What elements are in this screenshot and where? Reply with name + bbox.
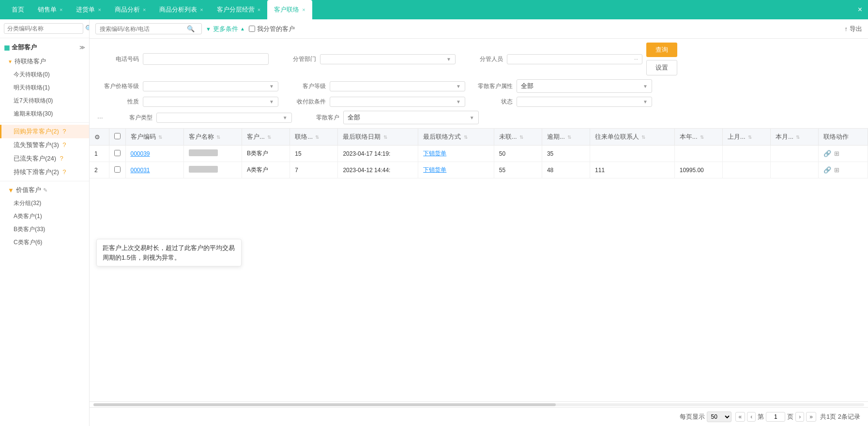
- close-all-tabs-button[interactable]: ×: [858, 5, 862, 14]
- filter-row-4: ··· 客户类型 ▼ 零散客户 全部 ▼: [95, 111, 862, 124]
- cell-check-2: [109, 162, 125, 178]
- my-customers-checkbox[interactable]: [249, 26, 255, 32]
- nav-item-purchase[interactable]: 进货单 ×: [69, 0, 107, 19]
- pending-contact-group[interactable]: ▼ 待联络客户: [0, 55, 89, 68]
- cell-code-2[interactable]: 000031: [125, 162, 183, 178]
- sidebar-divider-2: [0, 181, 89, 181]
- sort-code-icon[interactable]: ⇅: [158, 134, 162, 140]
- gender-select[interactable]: ▼: [143, 97, 278, 107]
- page-number-input[interactable]: [766, 412, 785, 422]
- dept-select[interactable]: ▼: [320, 54, 456, 64]
- grid-action-icon-1[interactable]: ⊞: [834, 150, 839, 157]
- lost-pre-help-icon[interactable]: ?: [62, 141, 66, 148]
- nav-item-customer-contact[interactable]: 客户联络 ×: [267, 0, 312, 19]
- first-page-button[interactable]: «: [735, 412, 746, 422]
- sidebar-item-7day-pending[interactable]: 近7天待联络(0): [0, 94, 89, 107]
- sidebar-item-continuous-drop[interactable]: 持续下滑客户(2) ?: [0, 165, 89, 179]
- dept-arrow-icon: ▼: [446, 57, 451, 62]
- close-product-list-icon[interactable]: ×: [200, 7, 203, 13]
- close-sales-icon[interactable]: ×: [60, 7, 62, 13]
- nav-item-product-list[interactable]: 商品分析列表 ×: [152, 0, 210, 19]
- row-checkbox-1[interactable]: [114, 150, 121, 156]
- sidebar-item-a-class[interactable]: A类客户(1): [0, 210, 89, 223]
- nav-item-product-analysis[interactable]: 商品分析 ×: [108, 0, 152, 19]
- cell-method-1[interactable]: 下销货单: [418, 146, 494, 162]
- per-page-selector: 每页显示 50 100 200: [680, 411, 731, 422]
- retail-customer-select[interactable]: 全部 ▼: [343, 111, 479, 124]
- sort-contact-icon[interactable]: ⇅: [315, 134, 319, 140]
- select-all-checkbox[interactable]: [114, 133, 121, 139]
- manager-select[interactable]: ···: [507, 54, 642, 64]
- sidebar-item-lost[interactable]: 已流失客户(24) ?: [0, 152, 89, 165]
- close-product-analysis-icon[interactable]: ×: [143, 7, 146, 13]
- query-button[interactable]: 查询: [646, 43, 677, 57]
- nav-item-sales[interactable]: 销售单 ×: [31, 0, 69, 19]
- sort-overdue-icon[interactable]: ⇅: [567, 134, 571, 140]
- status-select[interactable]: ▼: [517, 97, 652, 107]
- sort-notcontact-icon[interactable]: ⇅: [519, 134, 523, 140]
- gender-label: 性质: [95, 98, 139, 106]
- customer-grade-select[interactable]: ▼: [330, 81, 465, 91]
- sidebar-item-today-pending[interactable]: 今天待联络(0): [0, 68, 89, 81]
- settings-icon[interactable]: ⚙: [94, 133, 100, 141]
- nav-item-home[interactable]: 首页: [5, 0, 31, 19]
- category-search-input[interactable]: [4, 23, 83, 34]
- close-customer-layer-icon[interactable]: ×: [258, 7, 260, 13]
- sidebar-item-repeat-abnormal[interactable]: 回购异常客户(2) ?: [0, 125, 89, 138]
- retail-attr-select[interactable]: 全部 ▼: [517, 79, 652, 93]
- sidebar-item-c-class[interactable]: C类客户(6): [0, 236, 89, 249]
- link-action-icon-2[interactable]: 🔗: [823, 166, 831, 174]
- main-search-input[interactable]: [100, 26, 187, 32]
- link-action-icon-1[interactable]: 🔗: [823, 150, 831, 157]
- sort-thismonth-icon[interactable]: ⇅: [796, 134, 800, 140]
- lost-help-icon[interactable]: ?: [60, 155, 63, 162]
- row-checkbox-2[interactable]: [114, 166, 121, 173]
- value-customer-group[interactable]: ▼ 价值客户 ✎: [0, 183, 89, 197]
- more-filters-dots[interactable]: ···: [95, 114, 105, 121]
- customer-type-select[interactable]: ▼: [156, 113, 292, 123]
- continuous-drop-help-icon[interactable]: ?: [62, 168, 66, 176]
- collapse-icon[interactable]: ≫: [79, 44, 85, 51]
- sort-date-icon[interactable]: ⇅: [383, 134, 387, 140]
- sort-person-icon[interactable]: ⇅: [641, 134, 645, 140]
- cell-code-1[interactable]: 000039: [125, 146, 183, 162]
- sort-type-icon[interactable]: ⇅: [267, 134, 271, 140]
- status-label: 状态: [469, 98, 513, 106]
- category-search-icon[interactable]: 🔍: [85, 25, 90, 32]
- close-purchase-icon[interactable]: ×: [98, 7, 101, 13]
- price-grade-select[interactable]: ▼: [143, 81, 278, 91]
- sidebar-item-ungroup[interactable]: 未分组(32): [0, 197, 89, 210]
- manager-dots[interactable]: ···: [634, 57, 638, 62]
- payment-select[interactable]: ▼: [330, 97, 465, 107]
- more-conditions-button[interactable]: ▼ 更多条件 ▲: [206, 25, 245, 33]
- sidebar-item-overdue[interactable]: 逾期未联络(30): [0, 107, 89, 120]
- sort-lastmonth-icon[interactable]: ⇅: [748, 134, 752, 140]
- main-search-icon[interactable]: 🔍: [187, 25, 195, 32]
- last-page-button[interactable]: »: [806, 412, 816, 422]
- sidebar-item-tomorrow-pending[interactable]: 明天待联络(1): [0, 81, 89, 94]
- th-checkbox: [109, 129, 125, 146]
- sort-thisyear-icon[interactable]: ⇅: [700, 134, 704, 140]
- settings-button[interactable]: 设置: [646, 60, 677, 75]
- sort-name-icon[interactable]: ⇅: [216, 134, 220, 140]
- next-page-button[interactable]: ›: [795, 412, 804, 422]
- scroll-thumb[interactable]: [93, 403, 556, 406]
- cell-method-2[interactable]: 下销货单: [418, 162, 494, 178]
- per-page-select[interactable]: 50 100 200: [707, 411, 731, 422]
- value-edit-icon[interactable]: ✎: [43, 187, 47, 193]
- top-nav: 首页 销售单 × 进货单 × 商品分析 × 商品分析列表 × 客户分层经营 × …: [0, 0, 868, 19]
- horizontal-scrollbar[interactable]: [90, 401, 868, 407]
- repeat-abnormal-help-icon[interactable]: ?: [62, 128, 66, 135]
- sidebar-item-b-class[interactable]: B类客户(33): [0, 223, 89, 236]
- sidebar-item-lost-pre[interactable]: 流失预警客户(3) ?: [0, 138, 89, 152]
- prev-page-button[interactable]: ‹: [747, 412, 756, 422]
- cell-thismonth-2: [771, 162, 819, 178]
- grid-action-icon-2[interactable]: ⊞: [834, 166, 839, 174]
- nav-item-customer-layer[interactable]: 客户分层经营 ×: [210, 0, 267, 19]
- close-customer-contact-icon[interactable]: ×: [302, 7, 305, 13]
- sort-method-icon[interactable]: ⇅: [464, 134, 468, 140]
- all-customers-header[interactable]: ▦ 全部客户 ≫: [0, 40, 89, 55]
- phone-input[interactable]: [143, 53, 269, 65]
- export-button[interactable]: ↑ 导出: [845, 25, 863, 33]
- cell-lastmonth-2: [722, 162, 770, 178]
